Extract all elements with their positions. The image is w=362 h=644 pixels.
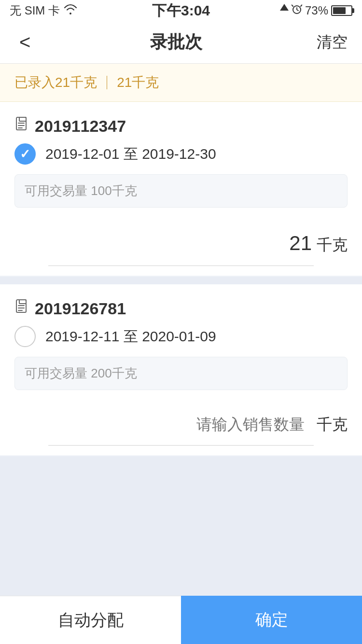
batch2-content: 2019126781 2019-12-11 至 2020-01-09 可用交易量…	[0, 284, 362, 409]
batch1-card: 2019112347 2019-12-01 至 2019-12-30 可用交易量…	[0, 102, 362, 276]
recorded-amount-label: 已录入21千克	[14, 73, 97, 92]
location-icon	[280, 4, 289, 17]
status-right: 73%	[280, 4, 352, 17]
batch1-id-row: 2019112347	[14, 116, 348, 136]
batch2-unit: 千克	[317, 414, 348, 435]
batch2-id-row: 2019126781	[14, 299, 348, 318]
batch2-available-qty: 可用交易量 200千克	[14, 357, 348, 390]
section-separator	[0, 277, 362, 284]
nav-bar: < 录批次 清空	[0, 21, 362, 64]
info-divider	[107, 76, 107, 89]
battery-icon	[331, 5, 352, 16]
batch2-id: 2019126781	[35, 299, 126, 318]
status-left: 无 SIM 卡	[10, 3, 77, 18]
svg-rect-7	[19, 300, 26, 304]
no-sim-text: 无 SIM 卡	[10, 3, 60, 18]
batch1-content: 2019112347 2019-12-01 至 2019-12-30 可用交易量…	[0, 102, 362, 227]
batch2-card: 2019126781 2019-12-11 至 2020-01-09 可用交易量…	[0, 284, 362, 455]
page-title: 录批次	[150, 30, 202, 54]
alarm-icon	[292, 4, 302, 17]
batch1-checkbox[interactable]	[14, 143, 36, 165]
status-bar: 无 SIM 卡 下午3:04 73%	[0, 0, 362, 21]
confirm-button[interactable]: 确定	[181, 596, 362, 644]
back-button[interactable]: <	[14, 27, 35, 58]
batch1-date-row[interactable]: 2019-12-01 至 2019-12-30	[14, 143, 348, 165]
bottom-bar: 自动分配 确定	[0, 596, 362, 644]
batch2-qty-input[interactable]	[167, 416, 312, 434]
auto-distribute-button[interactable]: 自动分配	[0, 596, 181, 644]
batch2-document-icon	[14, 299, 30, 318]
batch2-checkbox[interactable]	[14, 326, 36, 347]
clear-button[interactable]: 清空	[317, 32, 348, 53]
battery-text: 73%	[305, 4, 328, 17]
recorded-amount-value: 21千克	[117, 73, 159, 92]
batch1-amount-unit: 千克	[317, 235, 348, 256]
batch2-input-row[interactable]: 千克	[0, 409, 362, 445]
wifi-icon	[64, 4, 77, 17]
batch1-document-icon	[14, 116, 30, 136]
batch1-date-range: 2019-12-01 至 2019-12-30	[45, 144, 216, 164]
batch1-amount-row: 21 千克	[0, 227, 362, 266]
svg-rect-2	[19, 117, 26, 121]
status-time: 下午3:04	[152, 1, 210, 21]
batch1-id: 2019112347	[35, 117, 126, 136]
batch2-date-row[interactable]: 2019-12-11 至 2020-01-09	[14, 326, 348, 347]
batch1-available-qty: 可用交易量 100千克	[14, 174, 348, 208]
info-bar: 已录入21千克 21千克	[0, 64, 362, 102]
batch1-amount-value: 21	[289, 232, 312, 255]
batch2-date-range: 2019-12-11 至 2020-01-09	[45, 327, 216, 347]
